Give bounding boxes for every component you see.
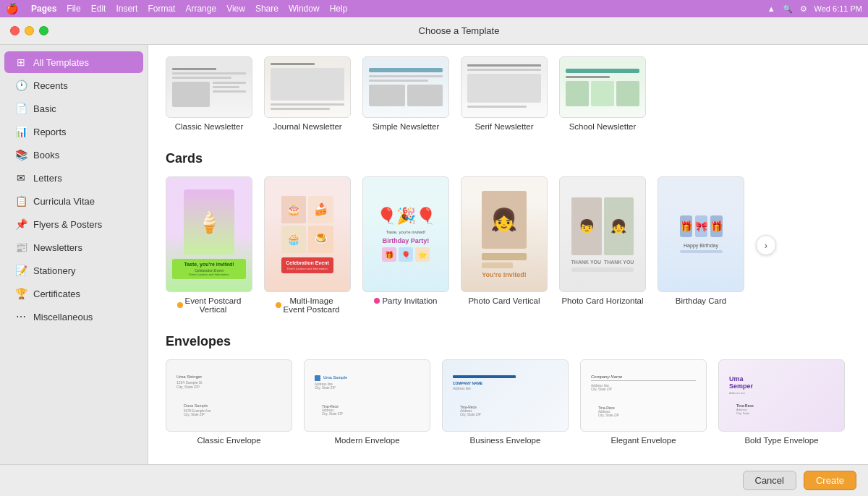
envelopes-grid: Uma Stringer 1234 Sample St City, State …	[166, 359, 851, 445]
titlebar: Choose a Template	[0, 17, 868, 45]
flyers-icon: 📌	[14, 218, 27, 231]
menubar-edit[interactable]: Edit	[91, 4, 106, 14]
template-elegant-envelope[interactable]: Company Name Address line City, State ZI…	[580, 359, 707, 445]
close-button[interactable]	[10, 26, 20, 35]
template-thumb-bold-type-envelope: UmaSemper Address line Tina-Rece Address…	[718, 359, 845, 432]
misc-icon: ⋯	[14, 310, 27, 323]
thumb-decoration	[467, 64, 541, 67]
create-button[interactable]: Create	[804, 471, 856, 490]
thumb-decoration	[213, 86, 239, 88]
menubar-right: ▲ 🔍 ⚙ Wed 6:11 PM	[767, 4, 862, 14]
window: Choose a Template ⊞ All Templates 🕐 Rece…	[0, 17, 868, 496]
template-thumb-journal-newsletter	[264, 56, 351, 118]
cards-grid: 🍦 Taste, you're invited! Celebration Eve…	[166, 176, 851, 314]
template-birthday-card[interactable]: 🎁 🎀 🎁 Happy Birthday Birthday Card	[658, 176, 744, 314]
cancel-button[interactable]: Cancel	[743, 471, 796, 490]
stationery-icon: 📝	[14, 264, 27, 277]
template-label-event-postcard: Event PostcardVertical	[177, 296, 242, 314]
menubar: 🍎 Pages File Edit Insert Format Arrange …	[0, 0, 868, 17]
template-classic-newsletter[interactable]: Classic Newsletter	[166, 56, 252, 131]
menubar-file[interactable]: File	[67, 4, 80, 14]
template-classic-envelope[interactable]: Uma Stringer 1234 Sample St City, State …	[166, 359, 292, 445]
main-content: ⊞ All Templates 🕐 Recents 📄 Basic 📊 Repo…	[0, 45, 868, 464]
menubar-window[interactable]: Window	[289, 4, 320, 14]
footer: Cancel Create	[0, 464, 868, 496]
template-label-classic-newsletter: Classic Newsletter	[175, 122, 244, 131]
sidebar-item-newsletters[interactable]: 📰 Newsletters	[4, 236, 143, 258]
template-thumb-classic-envelope: Uma Stringer 1234 Sample St City, State …	[166, 359, 292, 432]
maximize-button[interactable]	[39, 26, 48, 35]
menubar-share[interactable]: Share	[255, 4, 278, 14]
menubar-insert[interactable]: Insert	[116, 4, 137, 14]
traffic-lights	[10, 26, 48, 35]
dot-orange-indicator-2	[276, 302, 281, 308]
newsletters-grid: Classic Newsletter Journal News	[166, 56, 851, 131]
thumb-decoration	[271, 63, 315, 65]
template-label-school-newsletter: School Newsletter	[569, 122, 637, 131]
sidebar-item-stationery[interactable]: 📝 Stationery	[4, 260, 143, 281]
template-serif-newsletter[interactable]: Serif Newsletter	[461, 56, 548, 131]
reports-icon: 📊	[14, 125, 27, 138]
template-label-birthday: Birthday Card	[676, 296, 726, 305]
menubar-left: 🍎 Pages File Edit Insert Format Arrange …	[6, 3, 347, 14]
template-label-classic-envelope: Classic Envelope	[197, 436, 260, 445]
thumb-decoration	[467, 106, 527, 108]
template-thumb-simple-newsletter	[362, 56, 449, 118]
template-thumb-birthday: 🎁 🎀 🎁 Happy Birthday	[658, 176, 744, 292]
sidebar-item-reports[interactable]: 📊 Reports	[4, 121, 143, 142]
template-party-invitation[interactable]: 🎈🎉🎈 Taste, you're invited! Birthday Part…	[362, 176, 449, 314]
menubar-arrange[interactable]: Arrange	[185, 4, 216, 14]
thumb-decoration	[271, 108, 330, 110]
cv-icon: 📋	[14, 194, 27, 208]
thumb-decoration	[172, 68, 216, 70]
search-icon[interactable]: 🔍	[783, 4, 793, 14]
sidebar-label-letters: Letters	[33, 173, 62, 184]
sidebar-item-recents[interactable]: 🕐 Recents	[4, 74, 143, 96]
template-thumb-photo-h: 👦 👧 THANK YOU THANK YOU	[559, 176, 646, 292]
dot-orange-indicator	[177, 302, 183, 308]
template-journal-newsletter[interactable]: Journal Newsletter	[264, 56, 351, 131]
minimize-button[interactable]	[25, 26, 34, 35]
template-label-simple-newsletter: Simple Newsletter	[373, 122, 440, 131]
sidebar-item-basic[interactable]: 📄 Basic	[4, 98, 143, 119]
menubar-help[interactable]: Help	[330, 4, 348, 14]
template-simple-newsletter[interactable]: Simple Newsletter	[362, 56, 449, 131]
template-business-envelope[interactable]: COMPANY NAME Address line Tina-Rece Addr…	[442, 359, 569, 445]
thumb-decoration	[172, 72, 246, 74]
template-modern-envelope[interactable]: Uma Sample Address line City, State ZIP …	[304, 359, 430, 445]
template-multi-image-event-postcard[interactable]: 🎂 🍰 🧁 🍮 Celebration Event Event Location…	[264, 176, 351, 314]
control-center-icon[interactable]: ⚙	[800, 4, 807, 14]
thumb-decoration	[369, 75, 443, 77]
sidebar-label-certificates: Certificates	[33, 288, 80, 299]
sidebar-item-letters[interactable]: ✉ Letters	[4, 167, 143, 189]
sidebar: ⊞ All Templates 🕐 Recents 📄 Basic 📊 Repo…	[0, 45, 148, 464]
template-bold-type-envelope[interactable]: UmaSemper Address line Tina-Rece Address…	[718, 359, 845, 445]
sidebar-item-all-templates[interactable]: ⊞ All Templates	[4, 51, 143, 73]
sidebar-label-basic: Basic	[33, 103, 56, 114]
scroll-right-arrow-cards[interactable]: ›	[756, 176, 776, 314]
sidebar-item-miscellaneous[interactable]: ⋯ Miscellaneous	[4, 306, 143, 328]
basic-icon: 📄	[14, 102, 27, 115]
template-event-postcard-vertical[interactable]: 🍦 Taste, you're invited! Celebration Eve…	[166, 176, 252, 314]
thumb-decoration	[271, 103, 344, 106]
all-templates-icon: ⊞	[14, 56, 27, 69]
thumb-decoration	[566, 76, 610, 78]
menubar-view[interactable]: View	[226, 4, 245, 14]
template-thumb-photo-v: 👧 You're Invited!	[461, 176, 548, 292]
template-thumb-party: 🎈🎉🎈 Taste, you're invited! Birthday Part…	[362, 176, 449, 292]
label-text-party: Party Invitation	[382, 296, 437, 305]
sidebar-item-flyers-posters[interactable]: 📌 Flyers & Posters	[4, 213, 143, 235]
cards-section-title: Cards	[166, 151, 851, 166]
sidebar-item-books[interactable]: 📚 Books	[4, 144, 143, 166]
template-photo-card-vertical[interactable]: 👧 You're Invited! Photo Card Vertical	[461, 176, 548, 314]
template-school-newsletter[interactable]: School Newsletter	[559, 56, 646, 131]
menubar-format[interactable]: Format	[148, 4, 175, 14]
content-area[interactable]: Classic Newsletter Journal News	[148, 45, 868, 464]
apple-menu[interactable]: 🍎	[6, 3, 18, 14]
template-thumb-multi-image: 🎂 🍰 🧁 🍮 Celebration Event Event Location…	[264, 176, 351, 292]
sidebar-item-certificates[interactable]: 🏆 Certificates	[4, 283, 143, 304]
menubar-app-name[interactable]: Pages	[31, 4, 56, 14]
template-photo-card-horizontal[interactable]: 👦 👧 THANK YOU THANK YOU Photo Card Horiz…	[559, 176, 646, 314]
template-thumb-modern-envelope: Uma Sample Address line City, State ZIP …	[304, 359, 430, 432]
sidebar-item-curricula-vitae[interactable]: 📋 Curricula Vitae	[4, 190, 143, 212]
